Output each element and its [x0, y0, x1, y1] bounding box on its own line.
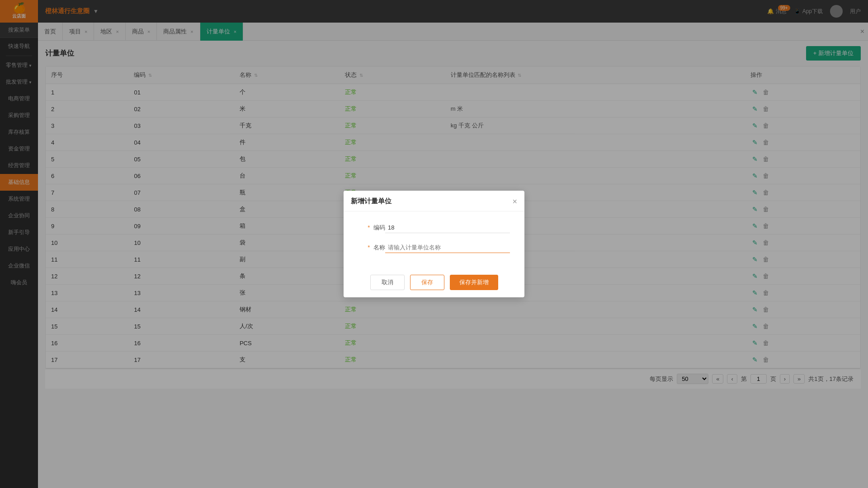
modal-overlay[interactable]: 新增计量单位 × * 编码 * 名称 取消 保存 保存并新增 — [0, 0, 868, 488]
save-and-new-button[interactable]: 保存并新增 — [450, 275, 498, 290]
form-row-name: * 名称 — [358, 242, 510, 253]
cancel-button[interactable]: 取消 — [370, 275, 405, 290]
modal-body: * 编码 * 名称 — [344, 211, 524, 269]
modal-header: 新增计量单位 × — [344, 191, 524, 211]
code-required-mark: * — [368, 224, 370, 231]
modal-footer: 取消 保存 保存并新增 — [344, 269, 524, 297]
form-code-label: * 编码 — [358, 224, 385, 232]
modal-title: 新增计量单位 — [351, 197, 392, 206]
name-input[interactable] — [385, 242, 510, 253]
add-unit-modal: 新增计量单位 × * 编码 * 名称 取消 保存 保存并新增 — [344, 191, 524, 297]
code-input[interactable] — [385, 222, 510, 233]
form-row-code: * 编码 — [358, 222, 510, 233]
save-button[interactable]: 保存 — [410, 275, 444, 290]
modal-close-button[interactable]: × — [512, 197, 517, 206]
form-name-label: * 名称 — [358, 244, 385, 252]
name-required-mark: * — [368, 244, 370, 251]
